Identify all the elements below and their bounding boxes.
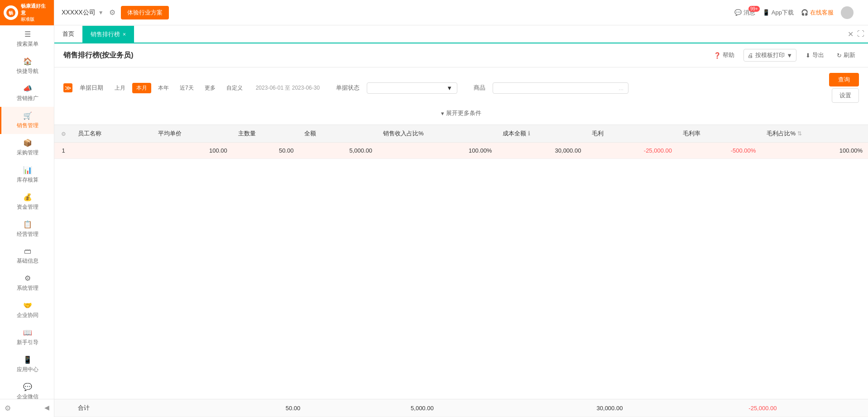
date-option-this-year[interactable]: 本年 <box>154 83 173 93</box>
column-settings-icon[interactable]: ⚙ <box>61 131 66 137</box>
sidebar-item-label: 企业微信 <box>17 393 38 399</box>
footer-sales-pct <box>439 399 482 417</box>
cell-amount: 5,000.00 <box>299 143 378 159</box>
sidebar-item-wechat[interactable]: 💬 企业微信 <box>0 378 54 399</box>
sidebar-item-apps[interactable]: 📱 应用中心 <box>0 351 54 378</box>
sidebar-item-label: 库存核算 <box>17 176 38 184</box>
topbar-settings-icon[interactable]: ⚙ <box>109 8 115 17</box>
print-dropdown-icon: ▼ <box>786 52 792 59</box>
refresh-button[interactable]: ↻ 刷新 <box>833 49 859 61</box>
settings-button[interactable]: 设置 <box>832 88 859 103</box>
sidebar-item-finance[interactable]: 💰 资金管理 <box>0 188 54 216</box>
cell-name <box>72 143 153 159</box>
th-employee-name: 员工名称 <box>72 125 153 143</box>
status-label: 单据状态 <box>336 84 360 92</box>
app-logo: 畅 畅康通好生意 标准版 <box>0 0 54 25</box>
date-option-7days[interactable]: 近7天 <box>176 83 198 93</box>
enterprise-icon: 🤝 <box>23 301 32 310</box>
online-service-button[interactable]: 🎧 在线客服 <box>801 9 834 17</box>
export-icon: ⬇ <box>806 52 810 59</box>
table-row: 1 100.00 50.00 5,000.00 100.00% 30,000.0… <box>54 143 868 159</box>
tab-sales-ranking[interactable]: 销售排行榜 × <box>82 26 134 43</box>
sidebar-menu: ☰ 搜索菜单 🏠 快捷导航 📣 营销推广 🛒 销售管理 📦 采购管理 📊 库存核… <box>0 25 54 399</box>
sidebar-item-basics[interactable]: 🗃 基础信息 <box>0 243 54 269</box>
filter-expand-toggle[interactable]: ≫ <box>63 83 72 92</box>
tabbar: 首页 销售排行榜 × ✕ ⛶ <box>54 25 868 43</box>
th-sales-pct: 销售收入占比% <box>378 125 497 143</box>
sidebar-item-label: 应用中心 <box>17 366 38 374</box>
trial-button[interactable]: 体验行业方案 <box>121 6 169 19</box>
sidebar-item-inventory[interactable]: 📊 库存核算 <box>0 161 54 188</box>
sidebar-item-operations[interactable]: 📋 经营管理 <box>0 216 54 243</box>
service-label: 在线客服 <box>810 9 834 17</box>
company-name: XXXXX公司 <box>62 9 96 17</box>
sidebar-item-sales[interactable]: 🛒 销售管理 <box>0 107 54 134</box>
sidebar-item-nav[interactable]: 🏠 快捷导航 <box>0 53 54 80</box>
guide-icon: 📖 <box>23 328 32 337</box>
window-controls: ✕ ⛶ <box>848 30 868 38</box>
sidebar-item-label: 资金管理 <box>17 203 38 211</box>
app-download-button[interactable]: 📱 App下载 <box>762 9 794 17</box>
sidebar-item-label: 搜索菜单 <box>17 40 38 48</box>
query-button[interactable]: 查询 <box>829 73 859 86</box>
main-area: XXXXX公司 ▼ ⚙ 体验行业方案 💬 消息 99+ 📱 App下载 🎧 在线… <box>54 0 868 417</box>
home-icon: 🏠 <box>23 57 32 66</box>
sidebar-item-enterprise[interactable]: 🤝 企业协同 <box>0 297 54 324</box>
print-button[interactable]: 🖨 按模板打印 ▼ <box>743 49 796 62</box>
cost-help-icon[interactable]: ℹ <box>528 130 530 137</box>
help-button[interactable]: ❓ 帮助 <box>710 49 738 61</box>
footer-gross-rate <box>782 399 825 417</box>
basics-icon: 🗃 <box>24 247 31 255</box>
window-close-button[interactable]: ✕ <box>848 30 854 38</box>
headset-icon: 🎧 <box>801 9 808 16</box>
sidebar-item-label: 采购管理 <box>17 149 38 157</box>
marketing-icon: 📣 <box>23 84 32 93</box>
user-avatar[interactable] <box>841 6 854 19</box>
date-option-last-month[interactable]: 上月 <box>110 83 129 93</box>
sidebar-item-search[interactable]: ☰ 搜索菜单 <box>0 25 54 53</box>
sidebar-item-label: 经营管理 <box>17 230 38 238</box>
status-select[interactable]: ▼ <box>367 82 457 94</box>
footer-gross-pct <box>825 399 868 417</box>
page-actions: ❓ 帮助 🖨 按模板打印 ▼ ⬇ 导出 ↻ 刷新 <box>710 49 859 62</box>
window-restore-button[interactable]: ⛶ <box>857 30 864 38</box>
purchase-icon: 📦 <box>23 139 32 147</box>
footer-avg-price <box>162 399 205 417</box>
messages-button[interactable]: 💬 消息 99+ <box>734 9 755 17</box>
footer-empty <box>54 399 72 417</box>
goods-input-more: ... <box>619 85 623 91</box>
sidebar-collapse-icon[interactable]: ◀ <box>44 404 49 412</box>
apps-icon: 📱 <box>23 355 32 364</box>
company-dropdown-icon: ▼ <box>98 10 104 16</box>
sidebar-item-marketing[interactable]: 📣 营销推广 <box>0 80 54 107</box>
sidebar-item-guide[interactable]: 📖 新手引导 <box>0 324 54 351</box>
tab-close-button[interactable]: × <box>123 31 126 38</box>
company-selector[interactable]: XXXXX公司 ▼ <box>62 9 104 17</box>
logo-icon: 畅 <box>4 5 18 20</box>
operations-icon: 📋 <box>23 220 32 229</box>
sidebar-footer: ⚙ ◀ <box>0 399 54 417</box>
sidebar-item-purchase[interactable]: 📦 采购管理 <box>0 134 54 161</box>
gross-pct-sort-icon[interactable]: ⇅ <box>797 130 802 137</box>
th-amount: 全额 <box>299 125 378 143</box>
th-settings[interactable]: ⚙ <box>54 125 72 143</box>
page-header: 销售排行榜(按业务员) ❓ 帮助 🖨 按模板打印 ▼ ⬇ 导出 <box>54 43 868 67</box>
th-gross-pct: 毛利占比% ⇅ <box>761 125 868 143</box>
page-container: 销售排行榜(按业务员) ❓ 帮助 🖨 按模板打印 ▼ ⬇ 导出 <box>54 43 868 417</box>
date-option-more[interactable]: 更多 <box>201 83 220 93</box>
tab-home[interactable]: 首页 <box>54 25 82 43</box>
export-button[interactable]: ⬇ 导出 <box>802 49 828 61</box>
sidebar-item-system[interactable]: ⚙ 系统管理 <box>0 269 54 297</box>
footer-row: 合计 50.00 5,000.00 30,000.00 -25,000.00 <box>54 399 868 417</box>
footer-qty: 50.00 <box>205 399 306 417</box>
message-badge: 99+ <box>748 6 760 12</box>
refresh-icon: ↻ <box>837 52 842 59</box>
sidebar-settings-icon[interactable]: ⚙ <box>5 404 11 412</box>
date-option-this-month-active[interactable]: 本月 <box>132 83 151 93</box>
date-option-custom[interactable]: 自定义 <box>222 83 247 93</box>
tab-label: 销售排行榜 <box>91 30 120 38</box>
goods-input[interactable]: ... <box>493 82 628 94</box>
filter-row-1: ≫ 单据日期 上月 本月 本月 本年 近7天 更多 自定义 2023-06-01… <box>63 73 859 103</box>
message-icon: 💬 <box>734 9 742 16</box>
expand-conditions-button[interactable]: ▾ 展开更多条件 <box>441 109 481 117</box>
